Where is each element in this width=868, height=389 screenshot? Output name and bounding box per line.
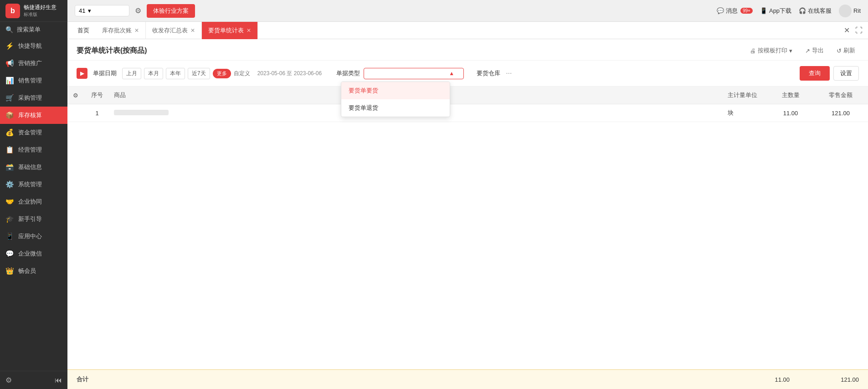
export-btn[interactable]: ↗ 导出: [801, 45, 827, 56]
nav-icon-operation: 📋: [5, 146, 14, 154]
nav-icon-inventory: 📦: [5, 111, 14, 119]
refresh-btn[interactable]: ↺ 刷新: [833, 45, 859, 56]
tab-home[interactable]: 首页: [71, 22, 96, 39]
main-area: 41 ▾ ⚙ 体验行业方案 💬 消息 99+ 📱 App下载 🎧 在线客服 Ri…: [67, 0, 868, 389]
sidebar-item-basic[interactable]: 🗃️ 基础信息: [0, 159, 67, 176]
date-btn-last-month[interactable]: 上月: [122, 68, 141, 79]
row-gear: [67, 104, 86, 122]
summary-price: 121.00: [804, 376, 859, 383]
messages-badge: 99+: [740, 8, 753, 14]
nav-label-marketing: 营销推广: [18, 59, 62, 67]
sidebar-item-appstore[interactable]: 📱 应用中心: [0, 228, 67, 245]
topbar-right: 💬 消息 99+ 📱 App下载 🎧 在线客服 Rit: [717, 5, 861, 17]
sidebar-nav: ⚡ 快捷导航 📢 营销推广 📊 销售管理 🛒 采购管理 📦 库存核算 💰 资金管…: [0, 37, 67, 371]
sidebar-item-wechat[interactable]: 💬 企业微信: [0, 245, 67, 262]
collapse-icon[interactable]: ⏮: [55, 376, 62, 384]
sidebar-item-quick-nav[interactable]: ⚡ 快捷导航: [0, 37, 67, 55]
topbar-gear-icon[interactable]: ⚙: [135, 6, 141, 15]
maximize-icon[interactable]: ⛶: [853, 25, 864, 36]
sidebar-item-system[interactable]: ⚙️ 系统管理: [0, 176, 67, 193]
date-btn-last-7-days[interactable]: 近7天: [188, 68, 210, 79]
search-menu[interactable]: 🔍 搜索菜单: [0, 22, 67, 37]
page-header: 要货单统计表(按商品) 🖨 按模板打印 ▾ ↗ 导出 ↺ 刷新: [67, 39, 868, 61]
tab-close-receive-summary[interactable]: ✕: [190, 27, 195, 34]
phone-icon: 📱: [760, 7, 767, 14]
th-num: 序号: [86, 87, 108, 104]
nav-label-system: 系统管理: [18, 180, 62, 189]
online-service-btn[interactable]: 🎧 在线客服: [799, 7, 832, 15]
row-qty: 11.00: [768, 104, 813, 122]
nav-icon-finance: 💰: [5, 128, 14, 137]
refresh-icon: ↺: [837, 47, 842, 54]
nav-label-beginner: 新手引导: [18, 215, 62, 223]
topbar: 41 ▾ ⚙ 体验行业方案 💬 消息 99+ 📱 App下载 🎧 在线客服 Ri…: [67, 0, 868, 22]
headset-icon: 🎧: [799, 7, 806, 14]
sidebar-item-purchase[interactable]: 🛒 采购管理: [0, 89, 67, 107]
filter-type-section: 单据类型 ▲: [336, 68, 464, 79]
filter-actions: 查询 设置: [800, 66, 859, 81]
nav-label-finance: 资金管理: [18, 128, 62, 137]
app-sub: 标准版: [24, 11, 56, 17]
nav-label-appstore: 应用中心: [18, 232, 62, 241]
date-custom-btn[interactable]: 自定义: [234, 70, 250, 77]
store-selector[interactable]: 41 ▾: [75, 5, 129, 16]
nav-label-quick: 快捷导航: [18, 42, 62, 50]
summary-label: 合计: [77, 375, 104, 384]
th-price: 零售金额: [813, 87, 868, 104]
sidebar-item-vip[interactable]: 👑 畅会员: [0, 262, 67, 280]
type-filter-input-wrap[interactable]: ▲: [364, 68, 464, 79]
th-gear[interactable]: ⚙: [67, 87, 86, 104]
date-btn-more[interactable]: 更多: [213, 69, 231, 78]
type-dropdown-arrow[interactable]: ▲: [446, 70, 457, 77]
tab-request-summary[interactable]: 要货单统计表 ✕: [202, 22, 258, 39]
nav-icon-purchase: 🛒: [5, 94, 14, 102]
close-all-tabs-icon[interactable]: ✕: [842, 24, 852, 36]
store-number: 41: [79, 7, 85, 14]
sidebar-item-operation[interactable]: 📋 经营管理: [0, 141, 67, 159]
date-range-display: 2023-05-06 至 2023-06-06: [257, 70, 322, 77]
nav-icon-basic: 🗃️: [5, 163, 14, 171]
sidebar-item-inventory[interactable]: 📦 库存核算: [0, 107, 67, 124]
tab-inventory-batch[interactable]: 库存批次账 ✕: [96, 22, 146, 39]
th-unit: 主计量单位: [722, 87, 768, 104]
messages-btn[interactable]: 💬 消息 99+: [717, 7, 753, 15]
dropdown-item-request-return[interactable]: 要货单退货: [341, 99, 450, 117]
tab-receive-summary[interactable]: 收发存汇总表 ✕: [146, 22, 202, 39]
query-button[interactable]: 查询: [800, 66, 830, 81]
warehouse-more-btn[interactable]: ···: [506, 69, 512, 77]
summary-row: 合计 11.00 121.00: [67, 369, 868, 389]
filter-expand-btn[interactable]: ▶: [77, 68, 87, 79]
app-name: 畅捷通好生意: [24, 4, 56, 11]
user-name: Rit: [853, 7, 861, 14]
table-body: 1 块 11.00 121.00: [67, 104, 868, 122]
app-download-btn[interactable]: 📱 App下载: [760, 7, 791, 15]
user-profile[interactable]: Rit: [839, 5, 861, 17]
nav-icon-enterprise: 🤝: [5, 198, 14, 206]
sidebar-item-enterprise[interactable]: 🤝 企业协同: [0, 193, 67, 210]
sidebar-item-sales[interactable]: 📊 销售管理: [0, 72, 67, 89]
trial-button[interactable]: 体验行业方案: [147, 4, 195, 18]
sidebar-item-finance[interactable]: 💰 资金管理: [0, 124, 67, 141]
date-btn-this-month[interactable]: 本月: [144, 68, 163, 79]
dropdown-item-request-goods[interactable]: 要货单要货: [341, 82, 450, 99]
print-arrow-icon: ▾: [789, 47, 792, 54]
goods-placeholder: [114, 110, 169, 115]
page-header-actions: 🖨 按模板打印 ▾ ↗ 导出 ↺ 刷新: [746, 45, 859, 56]
nav-label-basic: 基础信息: [18, 163, 62, 171]
print-btn[interactable]: 🖨 按模板打印 ▾: [746, 45, 796, 56]
tab-close-inventory-batch[interactable]: ✕: [134, 27, 139, 34]
type-filter-input[interactable]: [364, 68, 446, 79]
setting-button[interactable]: 设置: [833, 66, 859, 81]
warehouse-filter-label: 要货仓库: [477, 69, 500, 77]
date-btn-this-year[interactable]: 本年: [166, 68, 185, 79]
settings-icon[interactable]: ⚙: [5, 376, 12, 384]
sidebar-item-beginner[interactable]: 🎓 新手引导: [0, 210, 67, 228]
nav-icon-system: ⚙️: [5, 180, 14, 189]
sidebar-item-marketing[interactable]: 📢 营销推广: [0, 55, 67, 72]
tab-close-request-summary[interactable]: ✕: [247, 27, 251, 34]
nav-icon-beginner: 🎓: [5, 215, 14, 223]
nav-icon-quick: ⚡: [5, 42, 14, 50]
table-header: ⚙ 序号 商品 主计量单位 主数量 零售金额: [67, 87, 868, 104]
nav-icon-wechat: 💬: [5, 250, 14, 258]
data-table: ⚙ 序号 商品 主计量单位 主数量 零售金额 1: [67, 87, 868, 122]
